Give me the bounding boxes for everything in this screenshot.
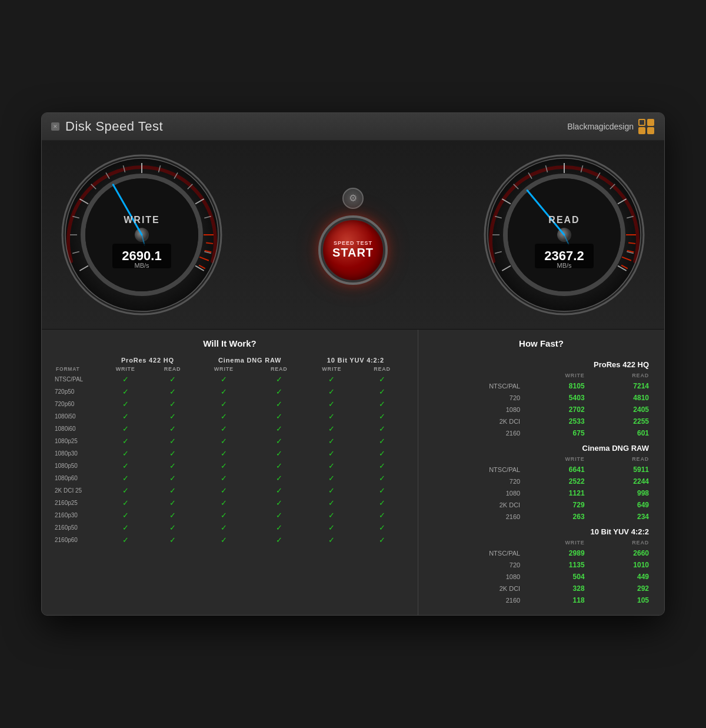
read-value: 292 xyxy=(588,583,652,594)
read-value: 105 xyxy=(588,594,652,606)
check-cell: ✓ xyxy=(101,497,150,509)
yuv-read-header: READ xyxy=(358,365,406,373)
check-cell: ✓ xyxy=(253,398,305,410)
format-cell: 2160p60 xyxy=(54,534,101,546)
read-value: 1010 xyxy=(588,559,652,571)
check-cell: ✓ xyxy=(253,435,305,447)
brand-icon-cell-4 xyxy=(647,127,654,134)
table-row: NTSC/PAL✓✓✓✓✓✓ xyxy=(54,373,406,385)
check-cell: ✓ xyxy=(253,521,305,534)
speed-data-row: 10801121998 xyxy=(430,487,652,499)
check-cell: ✓ xyxy=(150,497,194,509)
check-cell: ✓ xyxy=(150,472,194,484)
center-controls: ⚙ SPEED TEST START xyxy=(321,188,385,282)
title-bar: ✕ Disk Speed Test Blackmagicdesign xyxy=(42,113,664,141)
check-cell: ✓ xyxy=(195,435,253,447)
check-cell: ✓ xyxy=(358,447,406,460)
check-cell: ✓ xyxy=(253,472,305,484)
check-cell: ✓ xyxy=(305,484,358,497)
write-value: 118 xyxy=(524,594,588,606)
speed-data-row: 72025222244 xyxy=(430,476,652,487)
check-cell: ✓ xyxy=(253,460,305,472)
read-value: 2660 xyxy=(588,547,652,559)
check-cell: ✓ xyxy=(305,534,358,546)
check-cell: ✓ xyxy=(305,460,358,472)
cdng-read-header: READ xyxy=(253,365,305,373)
check-cell: ✓ xyxy=(358,472,406,484)
format-cell: 1080p50 xyxy=(54,460,101,472)
write-value: 263 xyxy=(524,511,588,523)
check-cell: ✓ xyxy=(101,460,150,472)
write-value: 1135 xyxy=(524,559,588,571)
app-window: ✕ Disk Speed Test Blackmagicdesign xyxy=(41,112,665,616)
check-cell: ✓ xyxy=(305,385,358,398)
svg-text:WRITE: WRITE xyxy=(124,215,160,225)
table-row: 2160p50✓✓✓✓✓✓ xyxy=(54,521,406,534)
speed-data-row: 72054034810 xyxy=(430,392,652,404)
check-cell: ✓ xyxy=(253,509,305,521)
read-value: 2405 xyxy=(588,404,652,415)
compatibility-table: ProRes 422 HQ Cinema DNG RAW 10 Bit YUV … xyxy=(54,355,406,546)
check-cell: ✓ xyxy=(101,373,150,385)
write-value: 2522 xyxy=(524,476,588,487)
write-value: 328 xyxy=(524,583,588,594)
check-cell: ✓ xyxy=(195,385,253,398)
brand-name: Blackmagicdesign xyxy=(567,122,634,131)
svg-text:2690.1: 2690.1 xyxy=(122,248,161,263)
table-row: 720p50✓✓✓✓✓✓ xyxy=(54,385,406,398)
speed-section-header: 10 Bit YUV 4:2:2 xyxy=(430,523,652,538)
write-value: 5403 xyxy=(524,392,588,404)
check-cell: ✓ xyxy=(305,423,358,435)
read-value: 449 xyxy=(588,571,652,583)
settings-button[interactable]: ⚙ xyxy=(342,188,364,209)
check-cell: ✓ xyxy=(195,460,253,472)
write-value: 1121 xyxy=(524,487,588,499)
check-cell: ✓ xyxy=(150,521,194,534)
read-value: 5911 xyxy=(588,464,652,476)
speed-data-row: NTSC/PAL66415911 xyxy=(430,464,652,476)
check-cell: ✓ xyxy=(305,447,358,460)
speed-col-header: WRITEREAD xyxy=(430,538,652,547)
write-value: 2989 xyxy=(524,547,588,559)
format-cell: 1080p60 xyxy=(54,472,101,484)
format-cell: 1080p25 xyxy=(54,435,101,447)
read-value: 234 xyxy=(588,511,652,523)
svg-text:MB/s: MB/s xyxy=(557,262,572,269)
check-cell: ✓ xyxy=(150,435,194,447)
left-panel-title: Will It Work? xyxy=(54,338,406,348)
write-value: 729 xyxy=(524,499,588,511)
format-cell: 2160p25 xyxy=(54,497,101,509)
check-cell: ✓ xyxy=(253,410,305,423)
check-cell: ✓ xyxy=(358,385,406,398)
table-row: 2160p25✓✓✓✓✓✓ xyxy=(54,497,406,509)
write-value: 2702 xyxy=(524,404,588,415)
check-cell: ✓ xyxy=(305,373,358,385)
check-cell: ✓ xyxy=(305,521,358,534)
check-cell: ✓ xyxy=(305,410,358,423)
close-button[interactable]: ✕ xyxy=(51,122,59,131)
check-cell: ✓ xyxy=(358,460,406,472)
brand-logo: Blackmagicdesign xyxy=(567,119,655,134)
table-row: 1080p50✓✓✓✓✓✓ xyxy=(54,460,406,472)
table-row: 1080p30✓✓✓✓✓✓ xyxy=(54,447,406,460)
check-cell: ✓ xyxy=(253,385,305,398)
read-value: 2244 xyxy=(588,476,652,487)
check-cell: ✓ xyxy=(101,435,150,447)
check-cell: ✓ xyxy=(150,410,194,423)
check-cell: ✓ xyxy=(195,484,253,497)
read-value: 7214 xyxy=(588,380,652,392)
start-button[interactable]: SPEED TEST START xyxy=(321,218,385,282)
read-value: 2255 xyxy=(588,415,652,427)
table-row: 720p60✓✓✓✓✓✓ xyxy=(54,398,406,410)
check-cell: ✓ xyxy=(253,484,305,497)
read-value: 601 xyxy=(588,427,652,439)
check-cell: ✓ xyxy=(358,373,406,385)
check-cell: ✓ xyxy=(195,521,253,534)
check-cell: ✓ xyxy=(195,509,253,521)
table-row: 1080i60✓✓✓✓✓✓ xyxy=(54,423,406,435)
start-button-top-label: SPEED TEST xyxy=(334,240,372,246)
read-value: 4810 xyxy=(588,392,652,404)
svg-text:MB/s: MB/s xyxy=(134,262,149,269)
brand-icon-cell-3 xyxy=(638,127,645,134)
speed-data-row: NTSC/PAL81057214 xyxy=(430,380,652,392)
